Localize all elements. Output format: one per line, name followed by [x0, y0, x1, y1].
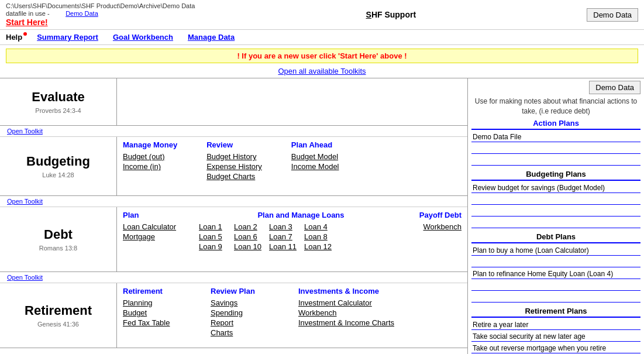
mortgage-link[interactable]: Mortgage — [123, 232, 193, 241]
budget-charts-link[interactable]: Budget Charts — [206, 172, 262, 181]
action-plans-title: Action Plans — [471, 119, 640, 130]
retirement-verse: Genesis 41:36 — [37, 321, 79, 328]
debt-title: Debt — [44, 227, 73, 242]
nav-goal-workbench[interactable]: Goal Workbench — [113, 33, 173, 42]
loan-4-link[interactable]: Loan 4 — [304, 222, 339, 231]
shf-support: SHF Support — [366, 10, 416, 19]
budgeting-plan-item-2[interactable] — [471, 207, 640, 216]
debt-plan-item-4[interactable] — [471, 293, 640, 303]
debt-plan-item-1[interactable] — [471, 257, 640, 267]
nav-help: Help — [6, 33, 22, 42]
report-link[interactable]: Report — [211, 318, 275, 327]
plan-manage-loans-header: Plan and Manage Loans — [199, 211, 403, 219]
file-path: C:\Users\SHF\Documents\SHF Product\Demo\… — [6, 2, 195, 9]
budgeting-title: Budgeting — [26, 154, 90, 169]
start-here-link[interactable]: Start Here! — [6, 18, 195, 27]
debt-open-toolkit[interactable]: Open Toolkit — [4, 197, 46, 206]
loan-2-link[interactable]: Loan 2 — [234, 222, 269, 231]
loan-11-link[interactable]: Loan 11 — [269, 242, 304, 251]
spending-link[interactable]: Spending — [211, 308, 275, 317]
debt-plan-item-3[interactable] — [471, 281, 640, 291]
action-plan-item-1[interactable] — [471, 144, 640, 154]
review-header: Review — [206, 140, 262, 149]
review-plan-header: Review Plan — [211, 287, 275, 295]
income-in-link[interactable]: Income (in) — [123, 162, 177, 171]
debt-verse: Romans 13:8 — [39, 245, 77, 252]
new-user-banner: ! If you are a new user click 'Start Her… — [6, 49, 638, 63]
income-model-link[interactable]: Income Model — [291, 162, 339, 171]
budgeting-plan-item-0[interactable] — [471, 183, 640, 193]
loan-10-link[interactable]: Loan 10 — [234, 242, 269, 251]
investments-income-header: Investments & Income — [298, 287, 394, 295]
expense-history-link[interactable]: Expense History — [206, 162, 262, 171]
payoff-debt-header: Payoff Debt — [409, 211, 462, 219]
loan-calculator-link[interactable]: Loan Calculator — [123, 222, 193, 231]
ret-workbench-link[interactable]: Workbench — [298, 308, 394, 317]
demo-data-link[interactable]: Demo Data — [66, 10, 98, 17]
payoff-workbench-link[interactable]: Workbench — [409, 222, 462, 231]
loan-9-link[interactable]: Loan 9 — [199, 242, 234, 251]
action-plan-item-2[interactable] — [471, 156, 640, 166]
evaluate-title: Evaluate — [32, 90, 85, 105]
loan-5-link[interactable]: Loan 5 — [199, 232, 234, 241]
open-all-toolkits-link[interactable]: Open all available Toolkits — [6, 66, 638, 77]
ret-budget-link[interactable]: Budget — [123, 308, 187, 317]
ret-plan-item-2[interactable] — [471, 343, 640, 353]
budgeting-plan-item-3[interactable] — [471, 218, 640, 228]
budget-model-link[interactable]: Budget Model — [291, 152, 339, 161]
evaluate-verse: Proverbs 24:3-4 — [35, 107, 81, 114]
loan-6-link[interactable]: Loan 6 — [234, 232, 269, 241]
retirement-plans-title: Retirement Plans — [471, 307, 640, 318]
right-demo-data-button[interactable]: Demo Data — [589, 81, 640, 94]
loan-7-link[interactable]: Loan 7 — [269, 232, 304, 241]
loan-3-link[interactable]: Loan 3 — [269, 222, 304, 231]
budget-out-link[interactable]: Budget (out) — [123, 152, 177, 161]
budgeting-plans-title: Budgeting Plans — [471, 170, 640, 181]
debt-plan-item-2[interactable] — [471, 269, 640, 279]
charts-link[interactable]: Charts — [211, 328, 275, 337]
budgeting-verse: Luke 14:28 — [42, 171, 74, 178]
help-dot-icon — [23, 32, 27, 36]
loan-12-link[interactable]: Loan 12 — [304, 242, 339, 251]
budgeting-plan-item-1[interactable] — [471, 195, 640, 205]
datafile-row: datafile in use - Demo Data — [6, 10, 195, 17]
debt-plan-item-0[interactable] — [471, 246, 640, 256]
fed-tax-table-link[interactable]: Fed Tax Table — [123, 318, 187, 327]
nav-summary-report[interactable]: Summary Report — [37, 33, 98, 42]
budget-history-link[interactable]: Budget History — [206, 152, 262, 161]
debt-plan-header: Plan — [123, 211, 193, 219]
loan-1-link[interactable]: Loan 1 — [199, 222, 234, 231]
loan-8-link[interactable]: Loan 8 — [304, 232, 339, 241]
retirement-col-header: Retirement — [123, 287, 187, 295]
planning-link[interactable]: Planning — [123, 298, 187, 307]
ret-plan-item-0[interactable] — [471, 320, 640, 330]
demo-data-button[interactable]: Demo Data — [587, 8, 638, 22]
plan-ahead-header: Plan Ahead — [291, 140, 339, 149]
retirement-open-toolkit[interactable]: Open Toolkit — [4, 273, 46, 282]
debt-plans-title: Debt Plans — [471, 232, 640, 243]
manage-money-header: Manage Money — [123, 140, 177, 149]
nav-manage-data[interactable]: Manage Data — [188, 33, 235, 42]
investment-calculator-link[interactable]: Investment Calculator — [298, 298, 394, 307]
investment-income-charts-link[interactable]: Investment & Income Charts — [298, 318, 394, 327]
right-instructions: Use for making notes about what financia… — [471, 97, 640, 116]
action-plan-item-0[interactable] — [471, 132, 640, 142]
retirement-title: Retirement — [25, 303, 92, 318]
ret-plan-item-1[interactable] — [471, 332, 640, 342]
savings-link[interactable]: Savings — [211, 298, 275, 307]
budgeting-open-toolkit[interactable]: Open Toolkit — [4, 126, 46, 136]
